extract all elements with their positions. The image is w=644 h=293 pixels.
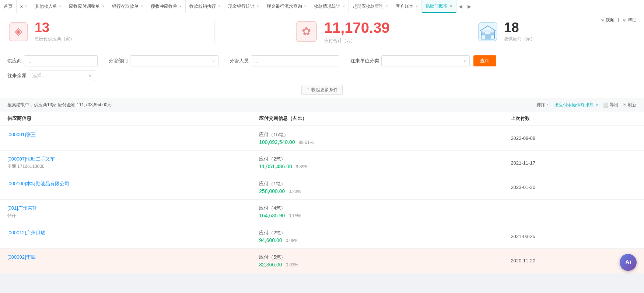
nav-tab-cash-bank-stats[interactable]: 现金银行统计 × (224, 0, 263, 13)
tx-amount-5[interactable]: 94,600.00 (259, 237, 282, 243)
close-icon[interactable]: × (450, 4, 452, 8)
table-row: [000001]张三 应付（15笔） 100,092,540.00 89.61%… (0, 126, 644, 151)
close-icon[interactable]: × (416, 4, 418, 8)
ai-icon: Ai (625, 259, 631, 266)
filter-balance: 往来余额 选择... ∨ (7, 70, 95, 81)
stat-content-2: 11,170.39 应付合计（万） (324, 20, 390, 44)
supplier-info-4: [001]广州荣轩 仔仔 (7, 205, 259, 219)
close-icon[interactable]: × (218, 4, 220, 8)
supplier-input[interactable]: ... (24, 55, 98, 66)
close-icon[interactable]: × (59, 4, 62, 8)
nav-tab-advance-offset[interactable]: 预收冲应收单 × (147, 0, 186, 13)
supplier-link-4[interactable]: [001]广州荣轩 (7, 205, 37, 211)
nav-arrow-right[interactable]: ▶ (465, 0, 474, 13)
nav-tab-customer-ledger[interactable]: 客户账本 × (392, 0, 422, 13)
tx-percent-4: 0.15% (288, 213, 301, 218)
nav-tab-label: 银行存取款单 (112, 3, 139, 10)
filter-area: 供应商 ... 分管部门 ∨ 分管人员 ... 往来单位分类 ∨ (0, 50, 644, 99)
stat-label-payable-suppliers: 总应付供应商（家） (35, 36, 74, 42)
person-dots: ... (254, 58, 258, 64)
tx-amount-3[interactable]: 258,000.00 (259, 188, 285, 194)
filter-row-2: 往来余额 选择... ∨ (7, 70, 637, 81)
nav-tab-receipt-verify[interactable]: 收款核销执行 × (186, 0, 224, 13)
nav-tab-overdue-ar[interactable]: 超期应收款查询 × (349, 0, 392, 13)
table-row: [000002]李四 应付（5笔） 32,366.00 0.03% 2020-1… (0, 249, 644, 273)
close-icon[interactable]: × (25, 4, 27, 8)
stat-label-payable-total: 应付合计（万） (324, 38, 390, 44)
table-header: 供应商信息 应付交易信息（占比） 上次付数 (0, 111, 644, 126)
query-button[interactable]: 查询 (473, 55, 496, 66)
chevron-down-icon-3: ∨ (88, 73, 92, 78)
supplier-dots: ... (27, 58, 31, 64)
help-link[interactable]: ⊙ 帮助 (623, 17, 637, 23)
nav-tab-supplier-ledger[interactable]: 供应商账本 × (422, 0, 456, 13)
nav-tab-label: 预收冲应收单 (151, 3, 177, 10)
close-icon[interactable]: × (304, 4, 307, 8)
supplier-link-6[interactable]: [000002]李四 (7, 254, 36, 260)
supplier-sub-2: 王通 17106110000 (7, 163, 259, 170)
close-icon[interactable]: × (386, 4, 388, 8)
close-icon[interactable]: × (141, 4, 143, 8)
supplier-link-5[interactable]: [000012]广州贝瑞 (7, 230, 45, 235)
tx-amount-1[interactable]: 100,092,540.00 (259, 139, 295, 145)
nav-tab-ar-ap-adjust[interactable]: 应收应付调整单 × (65, 0, 108, 13)
tx-info-3: 应付（1笔） 258,000.00 0.23% (259, 180, 511, 194)
person-input[interactable]: ... (251, 55, 339, 66)
chevron-down-icon: ∨ (212, 58, 215, 63)
nav-tab-cash-bank-flow[interactable]: 现金银行流水查询 × (263, 0, 311, 13)
svg-rect-7 (482, 32, 485, 35)
stat-icon-1: ◈ (7, 21, 29, 43)
stat-icon-2: ✿ (294, 20, 318, 44)
top-navigation: 首页 3 × 其他收入单 × 应收应付调整单 × 银行存取款单 × 预收冲应收单… (0, 0, 644, 13)
tx-info-6: 应付（5笔） 32,366.00 0.03% (259, 254, 511, 268)
nav-arrow-left[interactable]: ◀ (456, 0, 465, 13)
close-icon[interactable]: × (102, 4, 104, 8)
supplier-link-2[interactable]: [000007]恒旺二手叉车 (7, 156, 55, 162)
dept-input[interactable]: ∨ (130, 55, 218, 66)
category-input[interactable]: ∨ (381, 55, 470, 66)
last-payment-5: 2021-03-25 (511, 234, 637, 239)
close-icon[interactable]: × (257, 4, 259, 8)
supplier-link-3[interactable]: [000100]本特勤油品有限公司 (7, 181, 69, 186)
nav-tab-label: 现金银行统计 (228, 3, 255, 10)
refresh-button[interactable]: ↻ 刷新 (623, 102, 637, 108)
supplier-info-6: [000002]李四 (7, 254, 259, 261)
supplier-link-1[interactable]: [000001]张三 (7, 132, 36, 137)
export-button[interactable]: ⬜ 导出 (603, 102, 619, 108)
tx-amount-2[interactable]: 11,051,486.00 (259, 163, 292, 169)
table-row: [000012]广州贝瑞 应付（2笔） 94,600.00 0.08% 2021… (0, 224, 644, 249)
stat-divider-2 (469, 21, 469, 43)
filter-person: 分管人员 ... (230, 55, 339, 66)
nav-tab-bank-deposit[interactable]: 银行存取款单 × (108, 0, 147, 13)
balance-input[interactable]: 选择... ∨ (29, 70, 95, 81)
category-label: 往来单位分类 (350, 58, 379, 64)
stat-content-3: 18 总供应商（家） (504, 21, 535, 42)
tx-info-5: 应付（2笔） 94,600.00 0.08% (259, 230, 511, 243)
close-icon[interactable]: × (343, 4, 345, 8)
nav-tab-home[interactable]: 首页 (0, 0, 17, 13)
close-icon[interactable]: × (179, 4, 182, 8)
balance-label: 往来余额 (7, 72, 27, 79)
stat-block-payable-total: ✿ 11,170.39 应付合计（万） (222, 20, 462, 44)
stat-number-total-suppliers: 18 (504, 21, 535, 34)
tx-amount-4[interactable]: 164,635.90 (259, 213, 285, 218)
tx-amount-6[interactable]: 32,366.00 (259, 262, 282, 268)
result-info-text: 搜索结果中，供应商13家 应付金额 111,703,854.00元 (7, 102, 112, 108)
supplier-table: 供应商信息 应付交易信息（占比） 上次付数 [000001]张三 应付（15笔）… (0, 111, 644, 273)
nav-tab-receipt-stats[interactable]: 收款情况统计 × (310, 0, 349, 13)
supplier-label: 供应商 (7, 58, 22, 64)
ai-assistant-button[interactable]: Ai (620, 254, 637, 271)
result-actions: 排序： 按应付余额倒序排序 ∨ ⬜ 导出 ↻ 刷新 (536, 102, 637, 108)
filter-row-1: 供应商 ... 分管部门 ∨ 分管人员 ... 往来单位分类 ∨ (7, 55, 637, 66)
collapse-button[interactable]: ⌃ 收起更多条件 (301, 85, 343, 95)
video-link[interactable]: ⊙ 视频 (601, 17, 614, 23)
svg-rect-8 (490, 32, 494, 35)
svg-text:✿: ✿ (301, 25, 311, 37)
tx-info-2: 应付（2笔） 11,051,486.00 9.89% (259, 156, 511, 169)
tx-label-5: 应付（2笔） (259, 230, 511, 236)
sort-dropdown[interactable]: 按应付余额倒序排序 ∨ (554, 102, 599, 108)
nav-tab-label: 收款情况统计 (314, 3, 340, 10)
nav-tab-label: 首页 (4, 3, 13, 10)
nav-tab-other-income[interactable]: 其他收入单 × (31, 0, 66, 13)
nav-tab-3[interactable]: 3 × (17, 0, 31, 13)
